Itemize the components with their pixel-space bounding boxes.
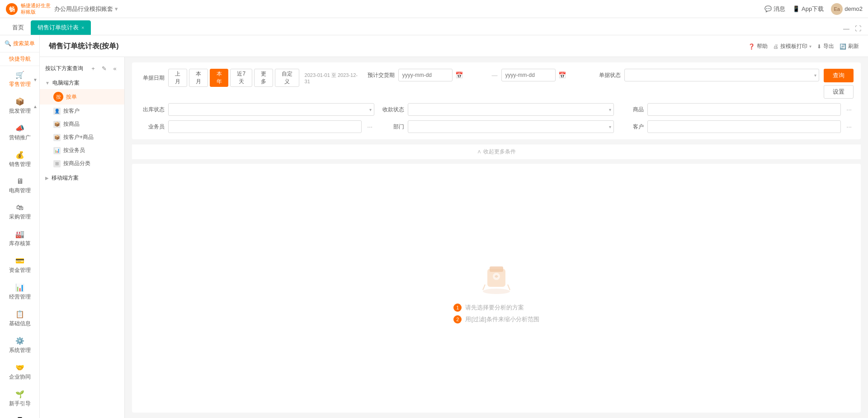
dept-label: 部门 [379,123,404,131]
tab-home[interactable]: 首页 [5,20,31,35]
customer-label: 客户 [618,123,644,131]
date-btn-more[interactable]: 更多 [254,69,273,87]
pc-section: ▼ 电脑端方案 按 按单 👤 按客户 📦 按商品 [40,77,124,170]
scheme-item-5[interactable]: ⊞ 按商品分类 [40,157,124,170]
product-dots[interactable]: ··· [844,106,854,113]
scheme-label-0: 按单 [66,93,77,101]
salesperson-input[interactable] [168,120,362,133]
message-action[interactable]: 💬 消息 [764,5,785,13]
basic-label: 基础信息 [9,320,31,328]
sidebar-quick-nav[interactable]: 快捷导航 [0,52,39,66]
date-btn-last-month[interactable]: 上月 [168,69,187,87]
export-btn[interactable]: ⬇ 导出 [817,43,834,50]
tab-close-btn[interactable]: × [81,25,84,30]
tab-maximize-btn[interactable]: ⛶ [854,24,863,33]
left-panel-header: 按以下方案查询 + ✎ « [40,62,124,75]
edit-scheme-btn[interactable]: ✎ [100,64,108,72]
add-scheme-btn[interactable]: + [89,64,97,72]
mobile-arrow-icon: ▶ [45,176,49,180]
salesperson-dots[interactable]: ··· [365,123,374,130]
sidebar-item-newbie[interactable]: 🌱 新手引导 [0,385,39,412]
sidebar-item-enterprise[interactable]: 🤝 企业协同 [0,359,39,385]
logo-icon: 畅 [5,3,18,15]
tab-minimize-btn[interactable]: — [842,24,851,33]
print-icon: 🖨 [773,43,778,50]
enterprise-icon: 🤝 [15,363,24,372]
scheme-item-2[interactable]: 📦 按商品 [40,118,124,131]
refresh-label: 刷新 [848,43,859,50]
date-btn-7days[interactable]: 近7天 [230,69,252,87]
refresh-btn[interactable]: 🔄 刷新 [840,43,859,50]
ship-status-select[interactable] [168,103,374,116]
sidebar-item-wholesale[interactable]: 📦 批发管理 ▲ [0,93,39,119]
scheme-icon-3: 📦 [53,134,61,141]
tab-active[interactable]: 销售订单统计表 × [31,20,91,35]
retail-icon: 🛒 [15,71,24,79]
finance-label: 资金管理 [9,266,31,274]
query-btn[interactable]: 查询 [824,69,854,82]
mobile-section-header[interactable]: ▶ 移动端方案 [40,172,124,184]
setting-btn[interactable]: 设置 [824,85,854,99]
customer-input[interactable] [647,120,841,133]
help-btn[interactable]: ❓ 帮助 [748,43,768,50]
app-download-action[interactable]: 📱 App下载 [793,5,824,13]
empty-tip-1: 1 请先选择要分析的方案 [453,304,539,312]
product-label: 商品 [618,106,644,114]
left-panel-actions: + ✎ « [89,64,119,72]
sidebar-item-sales[interactable]: 💰 销售管理 [0,146,39,173]
scheme-item-0[interactable]: 按 按单 [40,89,124,104]
scheme-item-1[interactable]: 👤 按客户 [40,104,124,118]
left-panel: 按以下方案查询 + ✎ « ▼ 电脑端方案 按 按单 [40,57,125,418]
empty-tip-2: 2 用[过滤]条件来缩小分析范围 [453,315,539,323]
print-dropdown-icon: ▾ [809,44,811,49]
date-to-icon[interactable]: 📅 [558,71,566,79]
tip-num-1: 1 [453,304,462,312]
username-label: demo2 [844,5,863,12]
action-btns: 查询 设置 [824,69,854,99]
sidebar-search[interactable]: 🔍 搜索菜单 [0,35,39,52]
date-btn-custom[interactable]: 自定义 [275,69,299,87]
sidebar-item-system[interactable]: ⚙️ 系统管理 [0,332,39,359]
ecommerce-icon: 🖥 [16,177,24,185]
collapse-bar[interactable]: ∧ 收起更多条件 [132,144,861,159]
scheme-item-3[interactable]: 📦 按客户+商品 [40,131,124,144]
receipt-status-select[interactable] [408,103,614,116]
page-header-actions: ❓ 帮助 🖨 按模板打印 ▾ ⬇ 导出 🔄 刷新 [748,43,859,56]
message-label: 消息 [774,5,785,13]
collapse-panel-btn[interactable]: « [111,64,119,72]
tab-bar-right: — ⛶ [842,24,863,35]
print-btn[interactable]: 🖨 按模板打印 ▾ [773,43,811,50]
system-label: 系统管理 [9,347,31,354]
date-to-input[interactable] [501,69,556,81]
date-btn-this-month[interactable]: 本月 [189,69,208,87]
customer-dots[interactable]: ··· [844,123,854,130]
scheme-icon-0: 按 [53,92,63,102]
date-from-input[interactable] [398,69,453,81]
dropdown-arrow-icon[interactable]: ▾ [115,5,118,12]
user-action[interactable]: Ea demo2 [831,3,863,15]
date-from-icon[interactable]: 📅 [455,71,463,79]
sidebar-item-retail[interactable]: 🛒 零售管理 ▼ [0,66,39,93]
product-input[interactable] [647,103,841,116]
sidebar-item-ecommerce[interactable]: 🖥 电商管理 [0,173,39,199]
app-download-icon: 📱 [793,5,800,12]
sidebar-item-basic[interactable]: 📋 基础信息 [0,305,39,332]
pc-section-header[interactable]: ▼ 电脑端方案 [40,77,124,89]
date-btn-this-year[interactable]: 本年 [210,69,229,87]
scheme-label-2: 按商品 [63,120,80,128]
scheme-icon-2: 📦 [53,121,61,128]
sidebar-item-purchase[interactable]: 🛍 采购管理 [0,199,39,225]
sidebar-item-marketing[interactable]: 📣 营销推广 [0,119,39,146]
tab-home-label: 首页 [12,24,24,32]
sidebar-item-appcenter[interactable]: 📱 应用中心 [0,412,39,418]
dept-select[interactable] [408,120,614,133]
sales-icon: 💰 [15,151,24,159]
scheme-item-4[interactable]: 📊 按业务员 [40,144,124,157]
scheme-icon-1: 👤 [53,108,61,115]
sidebar-item-operation[interactable]: 📊 经营管理 [0,279,39,305]
bill-status-select[interactable] [624,69,819,81]
sidebar-item-finance[interactable]: 💳 资金管理 [0,252,39,279]
finance-icon: 💳 [15,256,24,265]
newbie-label: 新手引导 [9,400,31,408]
sidebar-item-inventory[interactable]: 🏭 库存核算 [0,225,39,252]
